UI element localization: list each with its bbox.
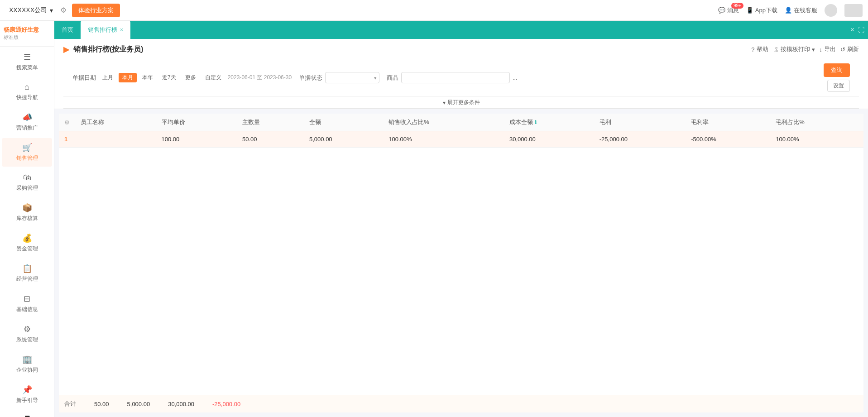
sidebar-item-label-quick-nav: 快捷导航 <box>16 94 38 101</box>
expand-bar[interactable]: ▾ 展开更多条件 <box>63 97 859 109</box>
back-arrow-icon[interactable]: ▶ <box>63 44 70 54</box>
refresh-button[interactable]: ↺ 刷新 <box>840 45 859 53</box>
sidebar-item-label-system: 系统管理 <box>16 336 38 344</box>
sidebar-item-label-marketing: 营销推广 <box>16 124 38 132</box>
finance-icon: 💰 <box>22 233 32 243</box>
sidebar-item-label-finance: 资金管理 <box>16 245 38 253</box>
filter-bar: 单据日期 上月 本月 本年 近7天 更多 自定义 2023-06-01 至 20… <box>63 59 859 97</box>
tab-close-icon[interactable]: × <box>120 27 123 33</box>
goods-filter: 商品 ... <box>387 72 517 83</box>
user-name-area[interactable] <box>844 4 863 17</box>
company-name: XXXXXX公司 <box>9 6 47 14</box>
sidebar-item-marketing[interactable]: 📣 营销推广 <box>2 108 52 136</box>
logo-line1: 畅康通好生意 <box>4 26 50 34</box>
date-tab-7days[interactable]: 近7天 <box>158 73 180 82</box>
status-select[interactable] <box>325 72 379 83</box>
sidebar-item-system[interactable]: ⚙ 系统管理 <box>2 320 52 348</box>
sidebar-item-search[interactable]: ☰ 搜索菜单 <box>2 48 52 76</box>
header-actions: ? 帮助 🖨 按模板打印 ▾ ↓ 导出 <box>751 45 859 53</box>
table-container: ⚙ 员工名称 平均单价 主数量 全额 销售收入占比% 成本全额 ℹ <box>59 114 863 412</box>
cell-cost-amount: 30,000.00 <box>504 131 594 148</box>
online-service-button[interactable]: 👤 在线客服 <box>785 6 817 14</box>
company-selector[interactable]: XXXXXX公司 ▾ <box>5 5 57 16</box>
table-header: ⚙ 员工名称 平均单价 主数量 全额 销售收入占比% 成本全额 ℹ <box>59 114 863 131</box>
th-name: 员工名称 <box>75 114 156 131</box>
trial-button[interactable]: 体验行业方案 <box>72 4 120 17</box>
top-bar-right: 💬 消息 99+ 📱 App下载 👤 在线客服 <box>718 4 863 17</box>
goods-filter-label: 商品 <box>387 74 398 82</box>
cell-amount: 5,000.00 <box>304 131 383 148</box>
cost-info-icon[interactable]: ℹ <box>535 119 537 125</box>
sidebar-item-label-operations: 经营管理 <box>16 275 38 283</box>
service-icon: 👤 <box>785 7 792 14</box>
print-button[interactable]: 🖨 按模板打印 ▾ <box>773 45 815 53</box>
purchase-icon: 🛍 <box>23 173 31 182</box>
enterprise-icon: 🏢 <box>22 355 32 364</box>
window-close-icon[interactable]: × <box>850 26 854 34</box>
message-badge: 99+ <box>731 3 743 9</box>
date-tab-this-month[interactable]: 本月 <box>119 73 137 82</box>
avatar[interactable] <box>825 4 837 17</box>
tab-home[interactable]: 首页 <box>54 21 81 39</box>
sidebar-item-label-purchase: 采购管理 <box>16 184 38 192</box>
table-footer: 合计 50.00 5,000.00 30,000.00 -25,000.00 <box>59 395 863 412</box>
app-download-button[interactable]: 📱 App下载 <box>746 6 777 14</box>
export-button[interactable]: ↓ 导出 <box>820 45 836 53</box>
help-button[interactable]: ? 帮助 <box>751 45 768 53</box>
th-gross-profit: 毛利 <box>594 114 686 131</box>
th-avg-price: 平均单价 <box>156 114 237 131</box>
sidebar-item-finance[interactable]: 💰 资金管理 <box>2 229 52 257</box>
date-range-display: 2023-06-01 至 2023-06-30 <box>228 74 292 81</box>
cell-main-qty: 50.00 <box>237 131 304 148</box>
cell-name <box>75 131 156 148</box>
status-filter-label: 单据状态 <box>299 74 322 82</box>
status-select-wrapper <box>325 72 379 83</box>
sidebar-logo: 畅康通好生意 标准版 <box>0 21 54 47</box>
apps-icon: 📱 <box>22 415 32 417</box>
sales-icon: 🛒 <box>22 143 32 153</box>
sidebar-item-guide[interactable]: 📌 新手引导 <box>2 380 52 409</box>
print-icon: 🖨 <box>773 46 779 53</box>
goods-more-icon[interactable]: ... <box>513 75 517 81</box>
app-icon: 📱 <box>746 7 753 14</box>
tab-sales-rank[interactable]: 销售排行榜 × <box>81 21 130 39</box>
sidebar-item-sales[interactable]: 🛒 销售管理 <box>2 138 52 167</box>
sidebar-item-operations[interactable]: 📋 经营管理 <box>2 259 52 288</box>
logo-line2: 标准版 <box>4 34 50 41</box>
table-settings-icon[interactable]: ⚙ <box>64 119 70 126</box>
cell-sales-pct: 100.00% <box>383 131 504 148</box>
search-menu-icon: ☰ <box>24 52 31 62</box>
date-tab-more[interactable]: 更多 <box>182 73 200 82</box>
sidebar-item-purchase[interactable]: 🛍 采购管理 <box>2 168 52 197</box>
th-settings: ⚙ <box>59 114 75 131</box>
date-tab-this-year[interactable]: 本年 <box>139 73 157 82</box>
sidebar-item-label-search: 搜索菜单 <box>16 64 38 72</box>
settings-button[interactable]: 设置 <box>827 80 850 92</box>
messages-button[interactable]: 💬 消息 99+ <box>718 6 739 14</box>
basic-icon: ⊟ <box>24 294 30 304</box>
operations-icon: 📋 <box>22 264 32 273</box>
page-title: 销售排行榜(按业务员) <box>73 45 144 54</box>
date-tab-custom[interactable]: 自定义 <box>201 73 225 82</box>
date-tab-last-month[interactable]: 上月 <box>99 73 117 82</box>
content-area: 首页 销售排行榜 × × ⛶ ▶ 销售排行榜( <box>54 21 868 417</box>
sidebar-item-label-enterprise: 企业协同 <box>16 366 38 374</box>
expand-icon: ▾ <box>443 100 446 106</box>
settings-icon[interactable]: ⚙ <box>60 6 67 14</box>
cell-avg-price: 100.00 <box>156 131 237 148</box>
query-button[interactable]: 查询 <box>824 63 850 77</box>
sidebar-item-enterprise[interactable]: 🏢 企业协同 <box>2 350 52 379</box>
sidebar-item-quick-nav[interactable]: ⌂ 快捷导航 <box>2 78 52 106</box>
tab-bar: 首页 销售排行榜 × × ⛶ <box>54 21 868 39</box>
window-maximize-icon[interactable]: ⛶ <box>858 26 864 34</box>
th-gross-pct: 毛利占比% <box>770 114 863 131</box>
goods-input[interactable] <box>401 72 510 83</box>
sidebar-item-label-guide: 新手引导 <box>16 397 38 404</box>
filter-actions: 查询 设置 <box>824 63 850 92</box>
data-table: ⚙ 员工名称 平均单价 主数量 全额 销售收入占比% 成本全额 ℹ <box>59 114 863 148</box>
sidebar-item-apps[interactable]: 📱 应用中心 <box>2 411 52 417</box>
footer-label: 合计 <box>64 400 76 408</box>
sidebar-item-basic[interactable]: ⊟ 基础信息 <box>2 289 52 318</box>
sidebar-item-inventory[interactable]: 📦 库存核算 <box>2 198 52 227</box>
th-cost-amount: 成本全额 ℹ <box>504 114 594 131</box>
